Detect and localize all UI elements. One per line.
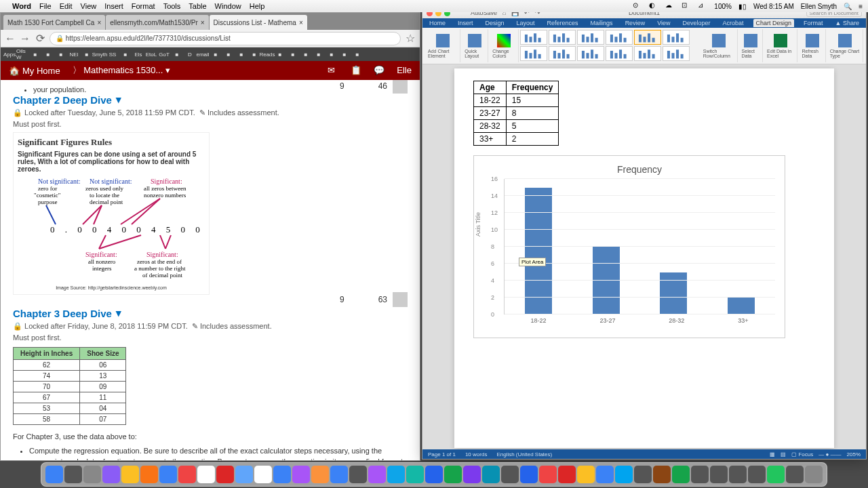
bookmark-item[interactable]: Reads <box>261 49 273 60</box>
chart-style-thumb[interactable] <box>634 30 661 45</box>
chart-style-thumb[interactable] <box>549 46 576 61</box>
bookmark-item[interactable]: email <box>197 49 209 60</box>
dock-app-icon[interactable] <box>406 466 424 483</box>
dock-app-icon[interactable] <box>311 466 329 483</box>
app-name[interactable]: Word <box>12 2 31 10</box>
change-colors-button[interactable]: Change Colors <box>490 29 519 62</box>
dock-app-icon[interactable] <box>140 466 158 483</box>
edit-data-button[interactable]: Edit Data in Excel <box>764 29 797 62</box>
dock-app-icon[interactable] <box>463 466 481 483</box>
chat-icon[interactable]: 💬 <box>374 65 384 76</box>
topic-title[interactable]: Chapter 2 Deep Dive ▾ <box>13 94 121 106</box>
page-indicator[interactable]: Page 1 of 1 <box>428 451 456 458</box>
bookmark-item[interactable]: EtoL <box>145 49 157 60</box>
bookmark-item[interactable]: NEl <box>68 49 80 60</box>
star-icon[interactable]: ☆ <box>405 33 416 44</box>
close-icon[interactable]: × <box>94 19 101 26</box>
browser-tab[interactable]: ellensmyth.com/Math1530/Pr× <box>106 15 208 30</box>
chart-bar[interactable] <box>660 272 687 315</box>
bookmark-item[interactable]: ■ <box>222 49 235 60</box>
chart-styles-gallery[interactable] <box>520 30 698 62</box>
dock-app-icon[interactable] <box>444 466 462 483</box>
forward-button[interactable]: → <box>20 33 31 44</box>
ribbon-tab[interactable]: References <box>545 19 581 27</box>
ribbon-tab[interactable]: Mailings <box>588 19 616 27</box>
switch-row-col-button[interactable]: Switch Row/Column <box>701 29 738 62</box>
view-icon[interactable]: ▤ <box>781 451 786 458</box>
dock-app-icon[interactable] <box>539 466 557 483</box>
bookmark-item[interactable]: ■ <box>81 49 93 60</box>
chart-bar[interactable] <box>593 247 620 314</box>
word-count[interactable]: 10 words <box>465 451 487 458</box>
bookmark-item[interactable]: ■ <box>171 49 183 60</box>
dock-app-icon[interactable] <box>501 466 519 483</box>
ribbon-tab[interactable]: Developer <box>680 19 713 27</box>
chart-style-thumb[interactable] <box>577 30 604 45</box>
dock-app-icon[interactable] <box>254 466 272 483</box>
bookmark-item[interactable]: GoT <box>158 49 170 60</box>
clock[interactable]: Wed 8:15 AM <box>753 3 794 10</box>
menu-window[interactable]: Window <box>215 2 241 10</box>
my-home-link[interactable]: 🏠 My Home <box>9 66 60 76</box>
dock-app-icon[interactable] <box>330 466 348 483</box>
browser-tab[interactable]: Discussions List - Mathema× <box>210 15 307 30</box>
chart-style-thumb[interactable] <box>520 30 547 45</box>
dock-app-icon[interactable] <box>235 466 253 483</box>
dock-app-icon[interactable] <box>425 466 443 483</box>
ribbon-tab[interactable]: Chart Design <box>753 19 795 27</box>
select-data-button[interactable]: Select Data <box>739 29 763 62</box>
dock-app-icon[interactable] <box>672 466 690 483</box>
bookmark-item[interactable]: ■ <box>210 49 222 60</box>
bookmark-item[interactable]: Els <box>132 49 144 60</box>
chart-object[interactable]: Frequency Axis Title 0246810121416 18-22… <box>473 155 785 338</box>
dock-app-icon[interactable] <box>102 466 120 483</box>
ribbon-tab[interactable]: Design <box>483 19 507 27</box>
bookmark-item[interactable]: Oils W <box>16 49 28 60</box>
bookmark-item[interactable]: ■ <box>42 49 54 60</box>
language[interactable]: English (United States) <box>496 451 552 458</box>
address-bar[interactable]: 🔒 https://elearn.apsu.edu/d2l/le/7377310… <box>50 32 401 45</box>
dock-app-icon[interactable] <box>159 466 177 483</box>
bookmark-item[interactable]: ■ <box>29 49 41 60</box>
add-chart-element-button[interactable]: Add Chart Element <box>425 29 460 62</box>
dock-app-icon[interactable] <box>786 466 804 483</box>
status-icon[interactable]: ⊙ <box>633 1 642 11</box>
menu-format[interactable]: Format <box>132 2 155 10</box>
bookmark-item[interactable]: ■ <box>248 49 260 60</box>
dock-app-icon[interactable] <box>292 466 310 483</box>
zoom-level[interactable]: 205% <box>847 451 861 458</box>
view-icon[interactable]: ▦ <box>770 451 775 458</box>
ribbon-tab[interactable]: Acrobat <box>720 19 747 27</box>
plot-area[interactable]: 0246810121416 <box>504 179 775 314</box>
dock-app-icon[interactable] <box>748 466 766 483</box>
wifi-icon[interactable]: ⊿ <box>698 1 707 11</box>
menu-view[interactable]: View <box>81 2 97 10</box>
menu-insert[interactable]: Insert <box>104 2 123 10</box>
change-chart-type-button[interactable]: Change Chart Type <box>827 29 863 62</box>
dock-app-icon[interactable] <box>273 466 291 483</box>
status-icon[interactable]: ◐ <box>649 1 658 11</box>
menu-table[interactable]: Table <box>189 2 206 10</box>
bookmark-item[interactable]: ■ <box>326 49 338 60</box>
menu-file[interactable]: File <box>39 2 52 10</box>
dock-app-icon[interactable] <box>558 466 576 483</box>
course-breadcrumb[interactable]: 〉 Mathematics 1530... ▾ <box>73 64 170 77</box>
ribbon-tab[interactable]: Review <box>623 19 648 27</box>
chart-style-thumb[interactable] <box>634 46 661 61</box>
mail-icon[interactable]: ✉ <box>328 65 338 76</box>
bookmark-item[interactable]: ■ <box>300 49 312 60</box>
dock-app-icon[interactable] <box>83 466 101 483</box>
bookmark-item[interactable]: ■ <box>287 49 299 60</box>
user-menu[interactable]: Elle <box>397 65 412 76</box>
dock-app-icon[interactable] <box>577 466 595 483</box>
menu-edit[interactable]: Edit <box>60 2 73 10</box>
document-page[interactable]: AgeFrequency 18-221523-27828-32533+2 Fre… <box>454 68 834 448</box>
ribbon-tab[interactable]: Layout <box>514 19 538 27</box>
dock-app-icon[interactable] <box>729 466 747 483</box>
dock-app-icon[interactable] <box>710 466 728 483</box>
status-icon[interactable]: ☁ <box>665 1 675 11</box>
zoom-slider[interactable]: — ● —— <box>818 451 841 458</box>
menu-help[interactable]: Help <box>250 2 265 10</box>
bookmark-item[interactable]: ■ <box>274 49 286 60</box>
dock-app-icon[interactable] <box>178 466 196 483</box>
